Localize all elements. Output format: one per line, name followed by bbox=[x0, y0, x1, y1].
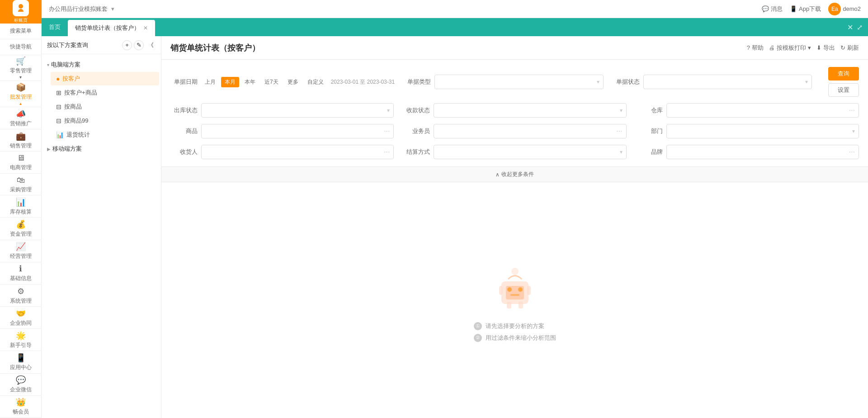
date-tab-this-month[interactable]: 本月 bbox=[221, 77, 239, 87]
warehouse-input[interactable]: ··· bbox=[666, 103, 859, 118]
empty-tip-2: ② 用过滤条件来缩小分析范围 bbox=[474, 334, 556, 342]
sidebar-item-retail[interactable]: 🛒 零售管理 ▾ bbox=[0, 55, 42, 81]
refresh-button[interactable]: ↻ 刷新 bbox=[840, 44, 859, 52]
scheme-group-desktop-header[interactable]: ▾ 电脑端方案 bbox=[42, 58, 161, 71]
brand-label: 品牌 bbox=[636, 148, 663, 156]
filter-warehouse: 仓库 ··· bbox=[636, 103, 859, 118]
sidebar-item-purchase[interactable]: 🛍 采购管理 bbox=[0, 174, 42, 195]
app-download-button[interactable]: 📱 App下载 bbox=[790, 5, 821, 13]
filter-row-4: 收货人 ··· 结算方式 ▾ 品牌 bbox=[170, 145, 859, 159]
order-status-label: 单据状态 bbox=[613, 78, 640, 86]
message-button[interactable]: 💬 消息 bbox=[762, 5, 783, 13]
sidebar-item-basic-label: 基础信息 bbox=[10, 275, 32, 282]
consignee-dots: ··· bbox=[384, 148, 390, 156]
sidebar-item-enterprise[interactable]: 🤝 企业协同 bbox=[0, 307, 42, 329]
ecommerce-icon: 🖥 bbox=[17, 153, 25, 163]
collapse-bar[interactable]: ∧ 收起更多条件 bbox=[161, 167, 868, 182]
date-tab-last-month[interactable]: 上月 bbox=[201, 77, 219, 87]
sidebar-item-operation[interactable]: 📈 经营管理 bbox=[0, 240, 42, 262]
main-area: 办公用品行业模拟账套 ▾ 💬 消息 📱 App下载 Ea demo2 首页 bbox=[42, 0, 868, 418]
scheme-collapse-button[interactable]: 《 bbox=[146, 40, 156, 50]
salesperson-input[interactable]: ··· bbox=[434, 124, 626, 138]
sidebar-item-sales[interactable]: 💼 销售管理 bbox=[0, 129, 42, 152]
filter-row-3: 商品 ··· 业务员 ··· 部门 bbox=[170, 124, 859, 138]
basic-icon: ℹ bbox=[19, 264, 22, 274]
sidebar-item-system[interactable]: ⚙ 系统管理 bbox=[0, 285, 42, 307]
finance-icon: 💰 bbox=[16, 219, 26, 229]
order-type-select[interactable]: ▾ bbox=[434, 75, 603, 89]
out-status-label: 出库状态 bbox=[170, 106, 198, 114]
sidebar-item-wechat[interactable]: 💬 企业微信 bbox=[0, 374, 42, 396]
by-customer-label: 按客户 bbox=[62, 75, 80, 83]
settlement-label: 结算方式 bbox=[403, 148, 430, 156]
date-tab-this-year[interactable]: 本年 bbox=[241, 77, 259, 87]
tab-close-icon[interactable]: ✕ bbox=[143, 25, 148, 31]
svg-point-4 bbox=[518, 287, 523, 292]
date-tab-custom[interactable]: 自定义 bbox=[304, 77, 327, 87]
return-stat-label: 退货统计 bbox=[66, 131, 90, 139]
tab-window-close-button[interactable]: ✕ bbox=[847, 23, 853, 32]
payment-status-select[interactable]: ▾ bbox=[434, 103, 626, 118]
tab-home[interactable]: 首页 bbox=[42, 18, 68, 36]
template-print-button[interactable]: 🖨 按模板打印 ▾ bbox=[769, 44, 811, 52]
wholesale-icon: 📦 bbox=[16, 82, 26, 92]
query-button[interactable]: 查询 bbox=[828, 67, 859, 81]
date-tab-7days[interactable]: 近7天 bbox=[261, 77, 282, 87]
collapse-icon: ∧ bbox=[495, 171, 500, 178]
empty-state-tips: ① 请先选择要分析的方案 ② 用过滤条件来缩小分析范围 bbox=[474, 322, 556, 342]
sidebar-item-ecommerce-label: 电商管理 bbox=[10, 164, 32, 171]
logo-label: 标账页 bbox=[14, 17, 28, 24]
filter-date: 单据日期 上月 本月 本年 近7天 更多 自定义 2023-03-01 至 20… bbox=[170, 77, 395, 87]
sidebar-item-finance[interactable]: 💰 资金管理 bbox=[0, 218, 42, 240]
settlement-select[interactable]: ▾ bbox=[434, 145, 626, 159]
help-button[interactable]: ? 帮助 bbox=[747, 44, 764, 52]
scheme-item-by-goods[interactable]: ⊟ 按商品 bbox=[51, 100, 159, 114]
filter-payment-status: 收款状态 ▾ bbox=[403, 103, 626, 118]
out-status-select[interactable]: ▾ bbox=[201, 103, 394, 118]
order-status-select[interactable]: ▾ bbox=[643, 75, 812, 89]
by-goods-99-icon: ⊟ bbox=[56, 117, 61, 124]
sidebar-item-appstore[interactable]: 📱 应用中心 bbox=[0, 351, 42, 373]
by-customer-goods-label: 按客户+商品 bbox=[64, 89, 97, 97]
warehouse-dots: ··· bbox=[849, 106, 855, 114]
consignee-input[interactable]: ··· bbox=[201, 145, 394, 159]
scheme-item-return-stat[interactable]: 📊 退货统计 bbox=[51, 128, 159, 142]
brand-input[interactable]: ··· bbox=[666, 145, 859, 159]
sidebar-item-basic[interactable]: ℹ 基础信息 bbox=[0, 262, 42, 285]
sidebar-item-newbie[interactable]: 🌟 新手引导 bbox=[0, 329, 42, 351]
export-button[interactable]: ⬇ 导出 bbox=[816, 44, 835, 52]
date-tab-more[interactable]: 更多 bbox=[284, 77, 302, 87]
sidebar-item-wholesale[interactable]: 📦 批发管理 ▴ bbox=[0, 81, 42, 107]
scheme-item-by-goods-99[interactable]: ⊟ 按商品99 bbox=[51, 114, 159, 128]
scheme-add-button[interactable]: + bbox=[122, 40, 132, 50]
sidebar-logo: 办公用品行业模拟账套 标账页 bbox=[0, 0, 42, 24]
filter-salesperson: 业务员 ··· bbox=[403, 124, 626, 138]
tab-expand-button[interactable]: ⤢ bbox=[857, 23, 863, 32]
scheme-group-mobile-header[interactable]: ▶ 移动端方案 bbox=[42, 142, 161, 156]
scheme-item-by-customer-goods[interactable]: ⊞ 按客户+商品 bbox=[51, 86, 159, 100]
sidebar-item-ecommerce[interactable]: 🖥 电商管理 bbox=[0, 152, 42, 173]
breadcrumb-dropdown-icon[interactable]: ▾ bbox=[111, 5, 114, 12]
empty-state: ① 请先选择要分析的方案 ② 用过滤条件来缩小分析范围 bbox=[161, 182, 868, 418]
sidebar-item-marketing[interactable]: 📣 营销推广 bbox=[0, 107, 42, 129]
brand-dots: ··· bbox=[849, 148, 855, 156]
desktop-group-label: 电脑端方案 bbox=[51, 61, 80, 69]
filter-row-1: 单据日期 上月 本月 本年 近7天 更多 自定义 2023-03-01 至 20… bbox=[170, 67, 859, 97]
department-select[interactable]: ▾ bbox=[666, 124, 859, 138]
message-label: 消息 bbox=[771, 5, 783, 13]
user-profile[interactable]: Ea demo2 bbox=[828, 3, 861, 15]
salesperson-label: 业务员 bbox=[403, 127, 430, 135]
sidebar-item-inventory[interactable]: 📊 库存核算 bbox=[0, 195, 42, 218]
tip-1-text: 请先选择要分析的方案 bbox=[486, 322, 544, 330]
goods-input[interactable]: ··· bbox=[201, 124, 394, 138]
scheme-edit-button[interactable]: ✎ bbox=[134, 40, 144, 50]
sidebar-item-appstore-label: 应用中心 bbox=[10, 364, 32, 371]
settings-button[interactable]: 设置 bbox=[828, 83, 859, 97]
quick-nav[interactable]: 快捷导航 bbox=[0, 39, 42, 55]
search-menu[interactable]: 搜索菜单 bbox=[0, 24, 42, 39]
order-type-label: 单据类型 bbox=[404, 78, 431, 86]
topbar-right: 💬 消息 📱 App下载 Ea demo2 bbox=[762, 3, 861, 15]
tab-sales-stat[interactable]: 销货单统计表（按客户） ✕ bbox=[68, 20, 155, 36]
sidebar-item-vip[interactable]: 👑 畅会员 bbox=[0, 396, 42, 418]
scheme-item-by-customer[interactable]: ● 按客户 bbox=[51, 72, 159, 86]
